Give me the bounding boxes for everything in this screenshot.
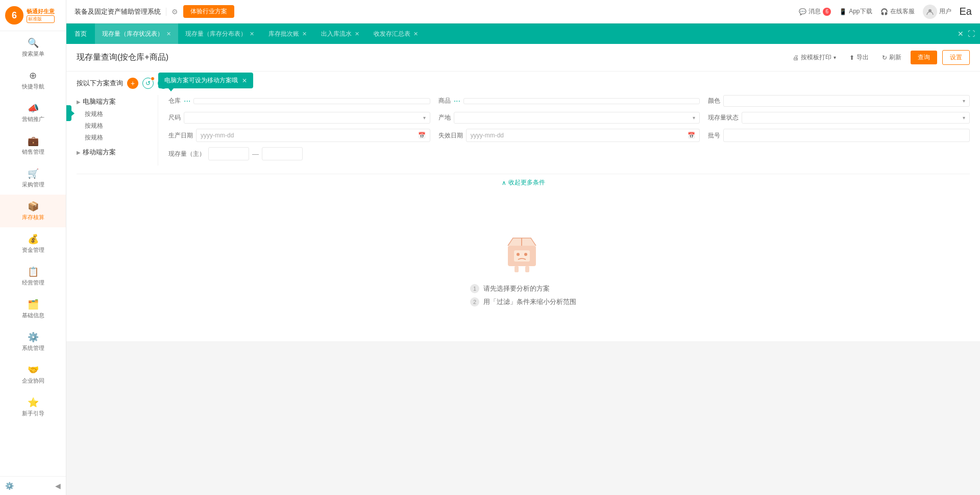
size-select-area[interactable]: ▾ [184,112,430,124]
template-print-btn[interactable]: 🖨 按模板打印 ▾ [789,51,840,64]
sidebar-item-basic[interactable]: 🗂️ 基础信息 [0,293,66,325]
newbie-icon: ⭐ [28,397,39,408]
sidebar-item-operations[interactable]: 📋 经营管理 [0,260,66,293]
headset-icon: 🎧 [880,8,888,15]
app-download-item[interactable]: 📱 App下载 [839,7,872,16]
refresh-btn[interactable]: ↻ 刷新 [878,51,905,64]
step-2-num: 2 [470,297,479,307]
sidebar-item-purchase[interactable]: 🛒 采购管理 [0,162,66,195]
online-support-item[interactable]: 🎧 在线客服 [880,7,915,16]
sidebar-item-sales[interactable]: 💼 销售管理 [0,129,66,162]
sidebar-item-inventory[interactable]: 📦 库存核算 [0,195,66,227]
svg-point-3 [517,253,520,256]
tab-close-all-icon[interactable]: ✕ [958,30,964,38]
print-icon: 🖨 [793,54,799,61]
sidebar-item-search[interactable]: 🔍 搜索菜单 [0,31,66,64]
query-btn[interactable]: 查询 [911,51,937,64]
settings-btn[interactable]: 设置 [942,50,970,65]
batch-input[interactable] [723,129,970,142]
stock-main-label: 现存量（主） [168,150,205,158]
tab-inventory-status[interactable]: 现存量（库存状况表） ✕ [95,23,178,44]
tab-maximize-icon[interactable]: ⛶ [968,30,975,38]
system-title: 装备及固定资产辅助管理系统 [75,7,161,16]
desktop-scheme-children: 按规格 按规格 按规格 [77,108,150,144]
svg-rect-5 [514,266,519,272]
search-icon: 🔍 [28,37,39,49]
goods-input-area[interactable] [463,98,700,104]
page-header: 现存量查询(按仓库+商品) 🖨 按模板打印 ▾ ⬆ 导出 ↻ [66,44,980,72]
tooltip2-arrow [71,111,75,116]
expiry-date-input[interactable]: yyyy-mm-dd 📅 [466,129,700,142]
finance-icon: 💰 [28,233,39,245]
color-select-area[interactable]: ▾ [723,95,970,107]
size-label: 尺码 [168,113,181,122]
scheme-child-2[interactable]: 按规格 [85,120,150,132]
logo-area: 6 畅通好生意 标准版 [0,0,66,31]
sidebar-item-finance[interactable]: 💰 资金管理 [0,227,66,260]
scheme-child-1[interactable]: 按规格 [85,108,150,120]
filter-label: 按以下方案查询 [77,79,123,88]
empty-step-2: 2 用「过滤」条件来缩小分析范围 [470,297,576,307]
top-header: 装备及固定资产辅助管理系统 ⚙ 体验行业方案 💬 消息 6 📱 App下载 🎧 … [66,0,980,23]
collapse-sidebar-icon[interactable]: ◀ [55,482,61,490]
tooltip1-close[interactable]: ✕ [242,77,247,84]
content-inner: 现存量查询(按仓库+商品) 🖨 按模板打印 ▾ ⬆ 导出 ↻ [66,44,980,341]
tab-close-inventory-status[interactable]: ✕ [166,31,171,37]
scheme-tree-panel: 这里可以创建和修改方案哦 ✕ ▶ 电脑端方案 [77,95,158,166]
tab-receivable[interactable]: 收发存汇总表 ✕ [366,23,425,44]
tab-home[interactable]: 首页 [66,23,95,44]
enterprise-icon: 🤝 [28,364,39,375]
empty-step-1: 1 请先选择要分析的方案 [470,284,576,293]
industry-btn[interactable]: 体验行业方案 [183,5,234,18]
settings-footer-icon[interactable]: ⚙️ [5,482,14,490]
filter-row-1: 仓库 ··· 商品 ··· [168,95,970,107]
system-icon: ⚙️ [28,332,39,343]
mobile-scheme-node[interactable]: ▶ 移动端方案 [77,146,150,159]
tab-close-receivable[interactable]: ✕ [413,31,418,37]
filter-refresh-wrapper: ↺ [142,78,154,89]
tab-batch-ledger[interactable]: 库存批次账 ✕ [261,23,314,44]
tab-bar-actions: ✕ ⛶ [952,30,980,38]
produce-date-field: 生产日期 yyyy-mm-dd 📅 [168,129,430,142]
stock-status-select-area[interactable]: ▾ [742,112,970,124]
desktop-scheme-node[interactable]: ▶ 电脑端方案 [77,95,150,108]
stock-status-field: 现存量状态 ▾ [708,112,970,124]
sidebar-item-newbie[interactable]: ⭐ 新手引导 [0,391,66,423]
system-settings-icon[interactable]: ⚙ [172,8,178,16]
warehouse-input-area[interactable] [193,98,430,104]
page-actions: 🖨 按模板打印 ▾ ⬆ 导出 ↻ 刷新 查询 设置 [789,50,970,65]
sidebar-footer: ⚙️ ◀ [0,476,66,495]
stock-main-min-input[interactable] [208,147,249,160]
sidebar: 6 畅通好生意 标准版 🔍 搜索菜单 ⊕ 快捷导航 📣 营销推广 💼 销 [0,0,66,495]
sidebar-item-enterprise[interactable]: 🤝 企业协同 [0,358,66,391]
warehouse-dots[interactable]: ··· [184,97,190,106]
sidebar-item-marketing[interactable]: 📣 营销推广 [0,97,66,129]
range-separator: — [252,150,259,158]
color-field: 颜色 ▾ [708,95,970,107]
collapse-bar[interactable]: ∧ 收起更多条件 [77,174,970,191]
notice-icon: 💬 [799,8,806,15]
tab-close-inventory-dist[interactable]: ✕ [250,31,254,37]
tab-inout-flow[interactable]: 出入库流水 ✕ [314,23,366,44]
tab-inventory-dist[interactable]: 现存量（库存分布表） ✕ [178,23,261,44]
stock-main-max-input[interactable] [262,147,303,160]
export-btn[interactable]: ⬆ 导出 [845,51,873,64]
produce-date-input[interactable]: yyyy-mm-dd 📅 [196,129,430,142]
produce-date-label: 生产日期 [168,131,193,140]
avatar [923,5,937,19]
compass-icon: ⊕ [29,70,37,81]
origin-select-area[interactable]: ▾ [454,112,700,124]
tab-close-batch-ledger[interactable]: ✕ [302,31,307,37]
tab-close-inout-flow[interactable]: ✕ [355,31,359,37]
sidebar-item-system[interactable]: ⚙️ 系统管理 [0,325,66,358]
notice-item[interactable]: 💬 消息 6 [799,7,831,16]
filter-add-btn[interactable]: + [127,78,138,89]
user-item[interactable]: 用户 [923,5,951,19]
sidebar-item-guide[interactable]: ⊕ 快捷导航 [0,64,66,97]
goods-label: 商品 [438,97,451,105]
expiry-calendar-icon: 📅 [688,132,695,139]
scheme-child-3[interactable]: 按规格 [85,132,150,144]
goods-dots[interactable]: ··· [454,97,460,106]
color-label: 颜色 [708,97,720,105]
logo-text: 畅通好生意 标准版 [27,8,55,23]
